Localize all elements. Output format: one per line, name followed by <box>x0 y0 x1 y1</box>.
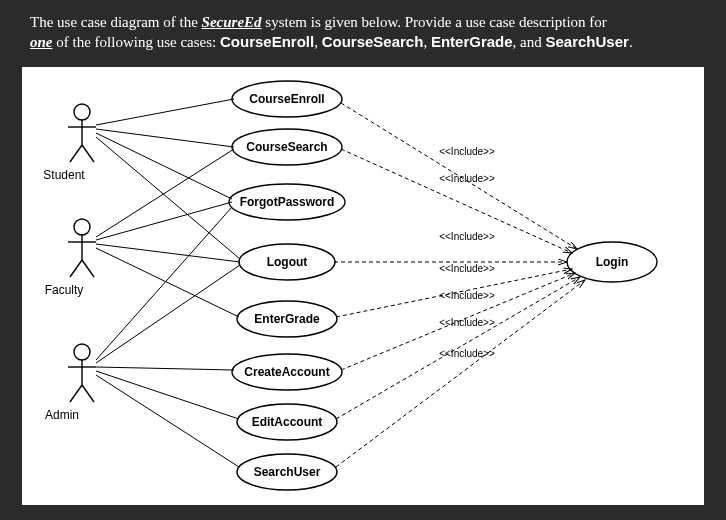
include-label-4: <<Include>> <box>439 263 495 274</box>
usecase-logout: Logout <box>239 244 335 280</box>
actor-faculty-label: Faculty <box>45 283 84 297</box>
include-label-3: <<Include>> <box>439 231 495 242</box>
assoc-admin-editaccount <box>96 371 239 419</box>
svg-text:CourseEnroll: CourseEnroll <box>249 92 324 106</box>
prompt-uc3: EnterGrade <box>431 33 513 50</box>
svg-point-10 <box>74 344 90 360</box>
usecase-forgotpassword: ForgotPassword <box>229 184 345 220</box>
prompt-and: , and <box>513 34 546 50</box>
prompt-one: one <box>30 34 53 50</box>
usecase-createaccount: CreateAccount <box>232 354 342 390</box>
actor-admin: Admin <box>45 344 96 422</box>
svg-text:EditAccount: EditAccount <box>252 415 323 429</box>
assoc-student-courseenroll <box>96 99 234 125</box>
include-label-6: <<Include>> <box>439 317 495 328</box>
svg-line-8 <box>70 260 82 277</box>
prompt-post: of the following use cases: <box>53 34 220 50</box>
svg-line-13 <box>70 385 82 402</box>
svg-text:CreateAccount: CreateAccount <box>244 365 329 379</box>
svg-line-9 <box>82 260 94 277</box>
svg-text:EnterGrade: EnterGrade <box>254 312 320 326</box>
include-label-5: <<Include>> <box>439 290 495 301</box>
usecase-courseenroll: CourseEnroll <box>232 81 342 117</box>
include-label-7: <<Include>> <box>439 348 495 359</box>
svg-text:Login: Login <box>596 255 629 269</box>
actor-student: Student <box>43 104 96 182</box>
svg-text:Logout: Logout <box>267 255 308 269</box>
prompt-dot: . <box>629 34 633 50</box>
usecase-login: Login <box>567 242 657 282</box>
prompt-sep2: , <box>423 34 431 50</box>
svg-line-3 <box>70 145 82 162</box>
assoc-admin-forgotpassword <box>96 207 232 360</box>
assoc-admin-createaccount <box>96 367 234 370</box>
prompt-system: SecureEd <box>202 14 262 30</box>
assoc-student-logout <box>96 137 240 259</box>
question-prompt: The use case diagram of the SecureEd sys… <box>0 0 726 61</box>
svg-line-4 <box>82 145 94 162</box>
usecase-coursesearch: CourseSearch <box>232 129 342 165</box>
prompt-uc4: SearchUser <box>546 33 629 50</box>
usecase-editaccount: EditAccount <box>237 404 337 440</box>
assoc-faculty-entergrade <box>96 248 239 317</box>
prompt-mid: system is given below. Provide a use cas… <box>262 14 607 30</box>
svg-text:ForgotPassword: ForgotPassword <box>240 195 335 209</box>
assoc-admin-searchuser <box>96 375 239 467</box>
prompt-pre: The use case diagram of the <box>30 14 202 30</box>
actor-faculty: Faculty <box>45 219 96 297</box>
usecase-searchuser: SearchUser <box>237 454 337 490</box>
usecase-diagram: Student Faculty Admin CourseEnroll Cours… <box>22 67 704 505</box>
include-label-1: <<Include>> <box>439 146 495 157</box>
svg-point-5 <box>74 219 90 235</box>
prompt-sep1: , <box>314 34 322 50</box>
include-label-2: <<Include>> <box>439 173 495 184</box>
actor-admin-label: Admin <box>45 408 79 422</box>
assoc-faculty-coursesearch <box>96 149 234 237</box>
prompt-uc2: CourseSearch <box>322 33 424 50</box>
assoc-student-forgotpassword <box>96 133 232 199</box>
actor-student-label: Student <box>43 168 85 182</box>
include-searchuser-login <box>336 280 585 467</box>
assoc-faculty-logout <box>96 244 240 262</box>
prompt-uc1: CourseEnroll <box>220 33 314 50</box>
svg-text:SearchUser: SearchUser <box>254 465 321 479</box>
assoc-student-coursesearch <box>96 129 234 147</box>
svg-point-0 <box>74 104 90 120</box>
svg-line-14 <box>82 385 94 402</box>
svg-text:CourseSearch: CourseSearch <box>246 140 327 154</box>
usecase-entergrade: EnterGrade <box>237 301 337 337</box>
